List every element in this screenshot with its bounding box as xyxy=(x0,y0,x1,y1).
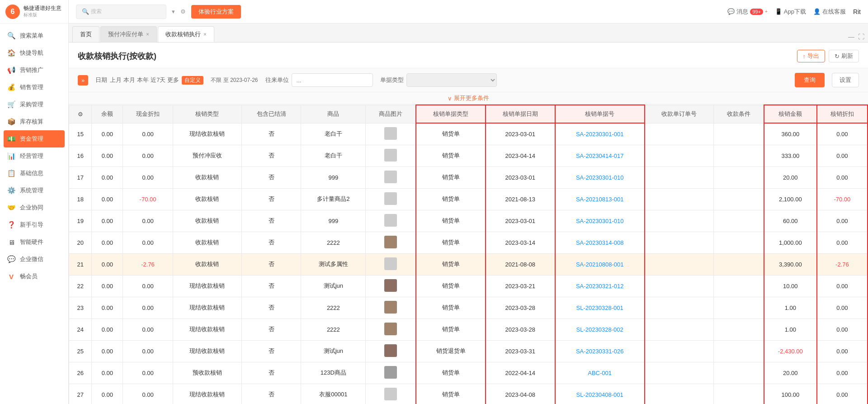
cell-writeoff-discount: 0.00 xyxy=(817,384,868,404)
cell-goods-img xyxy=(366,232,416,253)
date-more[interactable]: 更多 xyxy=(167,76,179,84)
cell-writeoff-no[interactable]: SA-20210813-001 xyxy=(555,188,645,210)
sidebar-item-hardware[interactable]: 🖥 智能硬件 xyxy=(0,233,68,251)
settings-gear-icon[interactable]: ⚙ xyxy=(180,8,186,15)
tab-prepay-close[interactable]: × xyxy=(146,31,149,38)
cell-writeoff-no[interactable]: SA-20230321-012 xyxy=(555,275,645,297)
main-content: 🔍 搜索 ▾ ⚙ 体验行业方案 💬 消息 99+ + 📱 App下载 👤 在线客… xyxy=(69,0,868,404)
industry-solution-button[interactable]: 体验行业方案 xyxy=(191,5,241,19)
source-unit-input[interactable] xyxy=(292,73,373,87)
finance-icon: 💵 xyxy=(7,135,15,143)
sidebar-item-business[interactable]: 📊 经营管理 xyxy=(0,147,68,165)
date-this-year[interactable]: 本年 xyxy=(137,76,149,84)
cell-writeoff-no[interactable]: SL-20230328-002 xyxy=(555,318,645,340)
cell-writeoff-type: 预收款核销 xyxy=(173,362,241,384)
sidebar-item-wechat[interactable]: 💬 企业微信 xyxy=(0,251,68,268)
sidebar-item-system[interactable]: ⚙️ 系统管理 xyxy=(0,182,68,199)
data-table: ⚙ 余额 现金折扣 核销类型 包含已结清 商品 商品图片 核销单据类型 核销单据… xyxy=(69,105,868,404)
expand-more-button[interactable]: ∨ 展开更多条件 xyxy=(448,94,489,102)
message-icon: 💬 xyxy=(727,8,735,15)
th-gear[interactable]: ⚙ xyxy=(69,105,92,123)
sidebar-item-collab[interactable]: 🤝 企业协同 xyxy=(0,199,68,216)
sidebar-item-finance[interactable]: 💵 资金管理 xyxy=(4,130,65,147)
goods-thumbnail xyxy=(384,301,397,314)
cell-cash-discount: -70.00 xyxy=(123,188,173,210)
tab-home-label: 首页 xyxy=(80,30,92,38)
cell-writeoff-no[interactable]: SA-20230301-010 xyxy=(555,166,645,188)
cell-writeoff-no[interactable]: SA-20210808-001 xyxy=(555,253,645,275)
cell-balance: 0.00 xyxy=(92,275,123,297)
cell-writeoff-no[interactable]: SA-20230414-017 xyxy=(555,145,645,166)
logo-text: 畅捷通谱好生意 xyxy=(24,5,61,12)
sidebar-item-guide[interactable]: ❓ 新手引导 xyxy=(0,216,68,233)
date-custom-badge[interactable]: 自定义 xyxy=(182,76,203,85)
tab-collection-close[interactable]: × xyxy=(203,31,207,38)
date-this-month[interactable]: 本月 xyxy=(123,76,135,84)
cell-writeoff-no[interactable]: SA-20230331-026 xyxy=(555,340,645,362)
date-range-display: 不限 至 2023-07-26 xyxy=(211,76,258,84)
cell-writeoff-date: 2022-04-14 xyxy=(486,362,555,384)
cell-writeoff-voucher-type: 销货单 xyxy=(416,362,486,384)
cell-writeoff-voucher-type: 销货退货单 xyxy=(416,340,486,362)
search-input[interactable]: 🔍 搜索 xyxy=(76,5,166,19)
cell-writeoff-no[interactable]: SL-20230328-001 xyxy=(555,297,645,318)
cell-receipt-order-no xyxy=(645,210,714,232)
query-button[interactable]: 查询 xyxy=(795,73,825,87)
cell-writeoff-date: 2023-03-28 xyxy=(486,297,555,318)
user-name[interactable]: Rit xyxy=(853,8,861,15)
tab-home[interactable]: 首页 xyxy=(72,26,99,42)
cell-writeoff-no[interactable]: SL-20230408-001 xyxy=(555,384,645,404)
cell-receipt-condition xyxy=(714,188,764,210)
cell-writeoff-date: 2023-04-08 xyxy=(486,384,555,404)
goods-thumbnail xyxy=(384,214,397,227)
cell-writeoff-no[interactable]: SA-20230301-010 xyxy=(555,210,645,232)
sidebar-item-sales[interactable]: 💰 销售管理 xyxy=(0,79,68,96)
sidebar-item-label: 畅会员 xyxy=(20,272,38,280)
date-last-month[interactable]: 上月 xyxy=(110,76,122,84)
online-support-item[interactable]: 👤 在线客服 xyxy=(813,8,846,16)
sidebar-item-search[interactable]: 🔍 搜索菜单 xyxy=(0,27,68,44)
table-row: 200.000.00收款核销否2222销货单2023-03-14SA-20230… xyxy=(69,232,868,253)
cell-receipt-condition xyxy=(714,123,764,145)
cell-writeoff-type: 收款核销 xyxy=(173,232,241,253)
window-maximize-icon[interactable]: ⛶ xyxy=(858,33,864,40)
cell-writeoff-discount: 0.00 xyxy=(817,275,868,297)
sidebar-item-marketing[interactable]: 📢 营销推广 xyxy=(0,62,68,79)
cell-writeoff-amount: 100.00 xyxy=(764,384,817,404)
app-download-item[interactable]: 📱 App下载 xyxy=(775,8,806,16)
goods-thumbnail xyxy=(384,149,397,162)
cell-cash-discount: 0.00 xyxy=(123,340,173,362)
cell-writeoff-no[interactable]: SA-20230314-008 xyxy=(555,232,645,253)
marketing-icon: 📢 xyxy=(7,66,15,74)
window-minimize-icon[interactable]: — xyxy=(848,33,854,40)
cell-cash-discount: 0.00 xyxy=(123,362,173,384)
cell-writeoff-no[interactable]: ABC-001 xyxy=(555,362,645,384)
export-button[interactable]: ↑ 导出 xyxy=(797,50,826,62)
cell-goods-img xyxy=(366,362,416,384)
cell-writeoff-no[interactable]: SA-20230301-001 xyxy=(555,123,645,145)
page-content: 收款核销执行(按收款) ↑ 导出 ↻ 刷新 » 日期 上月 本月 本 xyxy=(69,43,868,404)
dropdown-icon[interactable]: ▾ xyxy=(172,8,175,15)
sidebar-item-quicknav[interactable]: 🏠 快捷导航 xyxy=(0,44,68,62)
cell-receipt-condition xyxy=(714,384,764,404)
sidebar-item-basic[interactable]: 📋 基础信息 xyxy=(0,165,68,182)
voucher-type-select[interactable] xyxy=(406,73,497,87)
cell-writeoff-type: 预付冲应收 xyxy=(173,145,241,166)
inventory-icon: 📦 xyxy=(7,118,15,126)
tab-prepay[interactable]: 预付冲应付单 × xyxy=(100,26,157,42)
tab-collection[interactable]: 收款核销执行 × xyxy=(158,26,214,42)
goods-thumbnail xyxy=(384,257,397,270)
cell-writeoff-voucher-type: 销货单 xyxy=(416,253,486,275)
date-last-7-days[interactable]: 近7天 xyxy=(151,76,165,84)
guide-icon: ❓ xyxy=(7,221,15,229)
cell-receipt-condition xyxy=(714,362,764,384)
sidebar-item-member[interactable]: V 畅会员 xyxy=(0,268,68,285)
settings-button[interactable]: 设置 xyxy=(832,73,859,87)
sidebar-item-purchase[interactable]: 🛒 采购管理 xyxy=(0,96,68,113)
table-row: 250.000.00现结收款核销否测试jun销货退货单2023-03-31SA-… xyxy=(69,340,868,362)
sidebar-item-inventory[interactable]: 📦 库存核算 xyxy=(0,113,68,130)
filter-expand-button[interactable]: » xyxy=(78,75,88,86)
refresh-button[interactable]: ↻ 刷新 xyxy=(829,50,859,62)
voucher-type-label: 单据类型 xyxy=(380,76,404,84)
messages-item[interactable]: 💬 消息 99+ + xyxy=(727,8,768,16)
